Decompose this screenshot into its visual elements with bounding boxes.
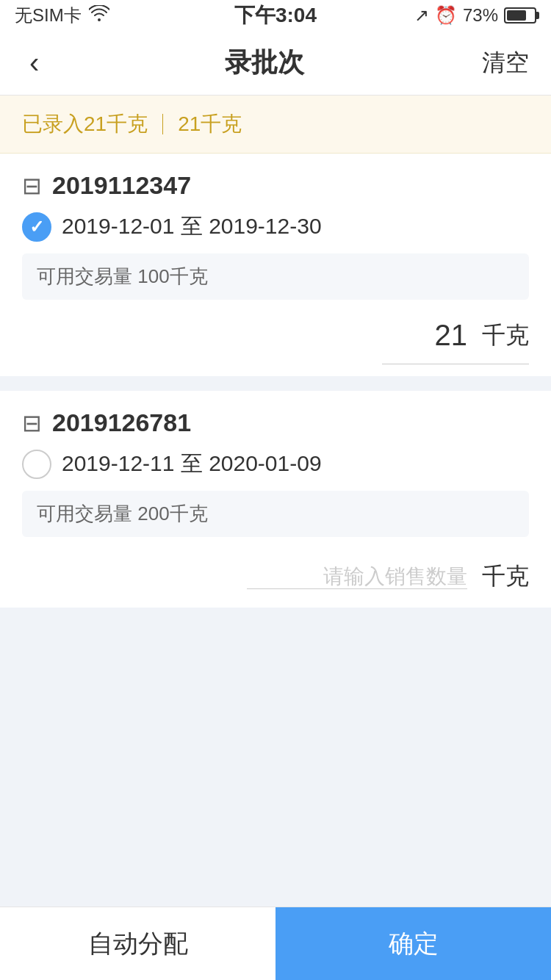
alarm-icon: ⏰	[435, 5, 457, 26]
batch-1-date: 2019-12-01 至 2019-12-30	[62, 212, 322, 242]
summary-divider	[162, 114, 163, 134]
batch-1-quantity-value: 21	[435, 319, 468, 352]
batch-1-id: 2019112347	[52, 171, 191, 200]
status-bar-left: 无SIM卡	[15, 4, 109, 27]
batch-2-date-row[interactable]: 2019-12-11 至 2020-01-09	[0, 443, 551, 485]
batch-1-radio[interactable]	[22, 212, 51, 242]
batch-item-2: ⊟ 2019126781 2019-12-11 至 2020-01-09 可用交…	[0, 391, 551, 608]
section-gap-1	[0, 376, 551, 391]
content-area	[0, 608, 551, 916]
batch-1-underline	[0, 364, 551, 376]
batch-1-icon: ⊟	[22, 172, 42, 200]
bottom-bar: 自动分配 确定	[0, 907, 551, 980]
batch-2-unit: 千克	[482, 561, 529, 593]
batch-1-quantity-unit: 千克	[482, 320, 529, 352]
status-bar: 无SIM卡 下午3:04 ↗ ⏰ 73%	[0, 0, 551, 31]
batch-2-date: 2019-12-11 至 2020-01-09	[62, 449, 322, 479]
batch-2-id: 2019126781	[52, 408, 191, 437]
batch-1-header: ⊟ 2019112347	[0, 154, 551, 206]
batch-2-header: ⊟ 2019126781	[0, 391, 551, 443]
battery-percent: 73%	[463, 5, 498, 26]
carrier-label: 无SIM卡	[15, 4, 82, 27]
back-button[interactable]: ‹	[22, 39, 46, 87]
batch-1-quantity-row: 21 千克	[0, 311, 551, 364]
batch-2-radio[interactable]	[22, 450, 51, 479]
status-bar-time: 下午3:04	[234, 1, 317, 29]
clear-button[interactable]: 清空	[482, 47, 529, 79]
summary-value: 21千克	[178, 110, 242, 138]
batch-2-quantity-input[interactable]	[306, 565, 467, 588]
summary-label: 已录入21千克	[22, 110, 148, 138]
batch-2-icon: ⊟	[22, 409, 42, 437]
nav-bar: ‹ 录批次 清空	[0, 31, 551, 96]
auto-distribute-button[interactable]: 自动分配	[0, 907, 276, 980]
batch-1-date-row[interactable]: 2019-12-01 至 2019-12-30	[0, 206, 551, 248]
battery-icon	[504, 7, 536, 24]
batch-2-quantity-row: 千克	[0, 549, 551, 608]
location-icon: ↗	[414, 5, 429, 26]
summary-bar: 已录入21千克 21千克	[0, 96, 551, 154]
batch-item-1: ⊟ 2019112347 2019-12-01 至 2019-12-30 可用交…	[0, 154, 551, 376]
wifi-icon	[89, 5, 109, 26]
confirm-button[interactable]: 确定	[276, 907, 551, 980]
batch-1-available: 可用交易量 100千克	[22, 253, 529, 300]
batch-2-available: 可用交易量 200千克	[22, 491, 529, 537]
page-title: 录批次	[225, 45, 304, 81]
status-bar-right: ↗ ⏰ 73%	[414, 5, 536, 26]
